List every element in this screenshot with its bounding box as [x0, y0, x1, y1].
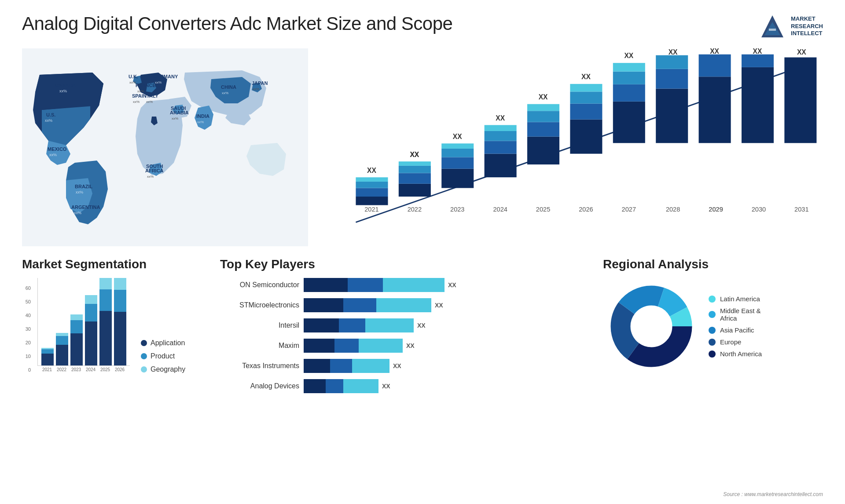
- svg-text:CHINA: CHINA: [221, 84, 236, 90]
- product-legend-dot: [141, 353, 147, 359]
- svg-rect-64: [527, 111, 559, 122]
- mea-label: Middle East &Africa: [720, 307, 761, 322]
- svg-rect-45: [399, 173, 431, 183]
- svg-text:xx%: xx%: [253, 87, 259, 91]
- latin-america-dot: [709, 296, 716, 303]
- svg-rect-86: [699, 55, 731, 77]
- bar-chart-section: XX 2021 XX 2022 XX 2023: [321, 48, 823, 251]
- player-bar-st: XX: [304, 298, 590, 312]
- svg-rect-41: [356, 177, 388, 182]
- regional-title: Regional Analysis: [603, 257, 823, 271]
- north-america-dot: [709, 351, 716, 358]
- seg-bars-container: [37, 278, 130, 366]
- svg-text:2028: 2028: [666, 206, 680, 213]
- svg-text:XX: XX: [710, 48, 719, 55]
- player-name-st: STMicroelectronics: [220, 301, 299, 309]
- svg-rect-75: [613, 84, 645, 102]
- svg-text:FRANCE: FRANCE: [136, 83, 156, 88]
- player-value-ti: XX: [393, 362, 401, 369]
- player-row-intersil: Intersil XX: [220, 318, 590, 332]
- svg-rect-62: [527, 137, 559, 164]
- svg-text:XX: XX: [624, 52, 633, 59]
- application-legend-dot: [141, 340, 147, 346]
- svg-rect-58: [485, 131, 517, 141]
- regional-analysis-section: Regional Analysis: [603, 257, 823, 380]
- market-segmentation-section: Market Segmentation 60 50 40 30 20 10 0: [22, 257, 207, 380]
- svg-text:INDIA: INDIA: [196, 113, 209, 119]
- legend-asia-pacific: Asia Pacific: [709, 326, 762, 334]
- seg-bar-2024: [85, 278, 97, 365]
- player-name-intersil: Intersil: [220, 321, 299, 329]
- svg-rect-39: [356, 188, 388, 197]
- north-america-label: North America: [720, 350, 762, 358]
- mea-dot: [709, 311, 716, 318]
- seg-bar-2022: [56, 278, 68, 365]
- player-row-st: STMicroelectronics XX: [220, 298, 590, 312]
- seg-bar-2023: [70, 278, 83, 365]
- world-map-svg: CANADA xx% U.S. xx% MEXICO xx% BRAZIL xx…: [22, 48, 308, 246]
- players-list: ON Semiconductor XX STMicroelectronics: [220, 278, 590, 393]
- header: Analog Digital Converters Adc Market Siz…: [22, 13, 823, 40]
- player-name-on-semi: ON Semiconductor: [220, 281, 299, 289]
- svg-text:BRAZIL: BRAZIL: [75, 184, 93, 189]
- player-name-ti: Texas Instruments: [220, 362, 299, 370]
- svg-text:XX: XX: [410, 151, 419, 158]
- seg-legend-geography: Geography: [141, 365, 185, 373]
- svg-text:SPAIN: SPAIN: [132, 93, 147, 99]
- latin-america-label: Latin America: [720, 295, 760, 303]
- svg-rect-65: [527, 104, 559, 111]
- svg-text:GERMANY: GERMANY: [153, 74, 178, 79]
- seg-legend: Application Product Geography: [136, 339, 185, 373]
- svg-text:XX: XX: [581, 73, 591, 80]
- svg-text:JAPAN: JAPAN: [252, 80, 268, 86]
- svg-rect-50: [441, 169, 474, 188]
- legend-latin-america: Latin America: [709, 295, 762, 303]
- svg-text:xx%: xx%: [197, 120, 204, 124]
- player-row-on-semi: ON Semiconductor XX: [220, 278, 590, 292]
- player-bar-adi: XX: [304, 379, 590, 393]
- svg-text:xx%: xx%: [222, 91, 228, 95]
- geography-legend-dot: [141, 366, 147, 373]
- svg-text:U.K.: U.K.: [129, 74, 138, 79]
- svg-text:CANADA: CANADA: [55, 83, 76, 88]
- svg-rect-76: [613, 72, 645, 84]
- segmentation-title: Market Segmentation: [22, 257, 207, 271]
- svg-rect-51: [441, 157, 474, 168]
- legend-north-america: North America: [709, 350, 762, 358]
- svg-rect-81: [656, 69, 688, 89]
- donut-chart-svg: [603, 278, 700, 375]
- svg-text:2025: 2025: [536, 206, 550, 213]
- svg-rect-44: [399, 184, 431, 197]
- svg-text:xx%: xx%: [133, 100, 140, 104]
- europe-label: Europe: [720, 338, 741, 346]
- player-name-maxim: Maxim: [220, 342, 299, 350]
- player-bar-maxim: XX: [304, 339, 590, 353]
- brand-logo-icon: [759, 13, 786, 40]
- player-name-adi: Analog Devices: [220, 382, 299, 390]
- svg-rect-92: [784, 57, 816, 143]
- svg-text:xx%: xx%: [155, 80, 162, 84]
- player-value-maxim: XX: [406, 342, 415, 349]
- svg-text:xx%: xx%: [172, 117, 178, 121]
- application-label: Application: [151, 339, 185, 347]
- svg-rect-85: [699, 77, 731, 143]
- key-players-section: Top Key Players ON Semiconductor XX: [220, 257, 590, 380]
- svg-text:2031: 2031: [794, 206, 808, 213]
- svg-text:2029: 2029: [709, 206, 723, 213]
- svg-rect-71: [570, 84, 602, 92]
- svg-rect-90: [742, 55, 774, 67]
- svg-rect-63: [527, 122, 559, 137]
- svg-text:XX: XX: [539, 93, 548, 101]
- regional-legend: Latin America Middle East &Africa Asia P…: [709, 295, 762, 358]
- player-row-maxim: Maxim XX: [220, 339, 590, 353]
- svg-rect-82: [656, 55, 688, 69]
- svg-point-103: [631, 306, 672, 347]
- player-bar-ti: XX: [304, 359, 590, 373]
- svg-rect-2: [769, 29, 776, 31]
- svg-text:XX: XX: [753, 48, 762, 55]
- player-row-adi: Analog Devices XX: [220, 379, 590, 393]
- source-text: Source : www.marketresearchintellect.com: [723, 491, 823, 497]
- svg-rect-77: [613, 63, 645, 71]
- svg-text:xx%: xx%: [45, 118, 52, 123]
- main-bar-chart-svg: XX 2021 XX 2022 XX 2023: [330, 48, 823, 246]
